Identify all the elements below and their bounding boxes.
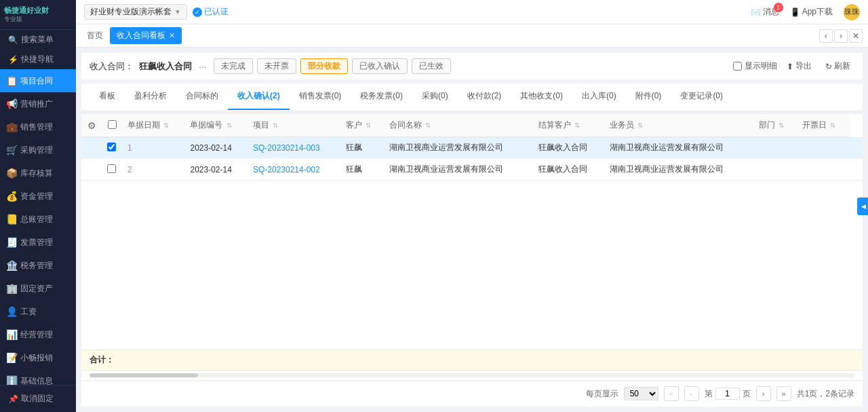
status-not-invoiced[interactable]: 未开票 xyxy=(257,58,296,74)
sidebar-item-basic-info[interactable]: ℹ️ 基础信息 xyxy=(0,369,76,385)
sidebar-quicknav[interactable]: ⚡ 快捷导航 xyxy=(0,50,76,69)
app-download-button[interactable]: 📱 App下载 xyxy=(790,6,833,18)
page-input[interactable] xyxy=(715,388,740,400)
status-effective[interactable]: 已生效 xyxy=(412,58,451,74)
sidebar-search[interactable]: 🔍 搜索菜单 xyxy=(0,30,76,50)
refresh-button[interactable]: ↻ 刷新 xyxy=(821,59,854,73)
sidebar-item-capital-mgmt[interactable]: 💰 资金管理 xyxy=(0,185,76,208)
sidebar-item-reports[interactable]: 📝 小畅报销 xyxy=(0,346,76,369)
chevron-down-icon: ▼ xyxy=(174,8,181,16)
tab-home[interactable]: 首页 xyxy=(81,30,108,41)
total-label: 合计： xyxy=(90,354,114,366)
tab-next-button[interactable]: › xyxy=(834,29,848,43)
sort-docno-icon[interactable]: ⇅ xyxy=(226,121,232,129)
row-select-checkbox[interactable] xyxy=(107,143,116,151)
refresh-label: 刷新 xyxy=(834,60,850,72)
row-customer: 湖南卫视商业运营发展有限公司 xyxy=(384,137,533,159)
status-confirmed[interactable]: 已收入确认 xyxy=(352,58,408,74)
sidebar-item-invoice-mgmt[interactable]: 🧾 发票管理 xyxy=(0,231,76,254)
per-page-select[interactable]: 50 100 200 xyxy=(624,387,658,400)
sidebar-item-label: 基础信息 xyxy=(20,375,53,385)
sort-customer-icon[interactable]: ⇅ xyxy=(366,121,371,129)
sort-settlement-icon[interactable]: ⇅ xyxy=(574,121,580,129)
doc-no-link[interactable]: SQ-20230214-003 xyxy=(253,143,320,153)
app-download-label: App下载 xyxy=(802,6,833,18)
subtab-purchase[interactable]: 采购(0) xyxy=(412,83,458,110)
subtab-profit-analysis[interactable]: 盈利分析 xyxy=(125,83,176,110)
subtab-tax-invoice[interactable]: 税务发票(0) xyxy=(351,83,412,110)
export-button[interactable]: ⬆ 导出 xyxy=(783,59,816,73)
verified-label: 已认证 xyxy=(204,6,229,18)
company-selector[interactable]: 好业财专业版演示帐套 ▼ xyxy=(84,4,187,20)
sidebar-item-general-ledger[interactable]: 📒 总账管理 xyxy=(0,208,76,231)
sidebar-item-inventory[interactable]: 📦 库存核算 xyxy=(0,162,76,185)
show-detail-input[interactable] xyxy=(733,62,742,71)
row-contract-name: 狂飙收入合同 xyxy=(533,137,604,159)
more-options-icon[interactable]: ··· xyxy=(199,61,207,72)
subtab-payment[interactable]: 收付款(2) xyxy=(458,83,511,110)
message-button[interactable]: ✉️ 消息 1 xyxy=(751,6,779,18)
unpin-button[interactable]: 📌 取消固定 xyxy=(5,390,71,408)
sidebar-menu: 📋 项目合同 📢 营销推广 💼 销售管理 🛒 采购管理 📦 库存核算 💰 资金管… xyxy=(0,69,76,385)
next-page-button[interactable]: › xyxy=(756,386,771,401)
row-settlement-customer: 湖南卫视商业运营发展有限公司 xyxy=(604,137,753,159)
user-avatar[interactable]: 珠珠 xyxy=(844,4,860,20)
scrollbar-thumb[interactable] xyxy=(90,373,198,377)
verified-icon: ✓ xyxy=(193,7,202,17)
subtab-other-receipt[interactable]: 其他收支(0) xyxy=(511,83,572,110)
sidebar-item-labor[interactable]: 👤 工资 xyxy=(0,300,76,323)
contract-header: 收入合同： 狂飙收入合同 ··· 未完成 未开票 部分收款 已收入确认 已生效 … xyxy=(81,53,863,79)
download-icon: 📱 xyxy=(790,7,800,17)
prev-page-button[interactable]: ‹ xyxy=(684,386,699,401)
subtab-contract-standard[interactable]: 合同标的 xyxy=(176,83,228,110)
sort-opendate-icon[interactable]: ⇅ xyxy=(830,121,835,129)
content-area: 收入合同： 狂飙收入合同 ··· 未完成 未开票 部分收款 已收入确认 已生效 … xyxy=(76,48,868,412)
sidebar-item-operations[interactable]: 📊 经营管理 xyxy=(0,323,76,346)
subtab-income-confirm[interactable]: 收入确认(2) xyxy=(228,83,290,110)
tab-income-contract[interactable]: 收入合同看板 ✕ xyxy=(110,27,182,44)
sidebar-item-sales-mgmt[interactable]: 💼 销售管理 xyxy=(0,115,76,138)
show-detail-checkbox[interactable]: 显示明细 xyxy=(733,60,777,72)
message-icon: ✉️ xyxy=(751,7,761,17)
first-page-button[interactable]: « xyxy=(664,386,679,401)
select-all-checkbox[interactable] xyxy=(108,120,117,129)
refresh-icon: ↻ xyxy=(825,62,832,71)
sort-dept-icon[interactable]: ⇅ xyxy=(778,121,784,129)
subtab-attachment[interactable]: 附件(0) xyxy=(626,83,671,110)
sidebar-item-label: 项目合同 xyxy=(20,75,53,87)
tab-close-all-button[interactable]: ✕ xyxy=(849,29,863,43)
tab-close-icon[interactable]: ✕ xyxy=(169,31,175,40)
sort-contract-icon[interactable]: ⇅ xyxy=(425,121,431,129)
sort-project-icon[interactable]: ⇅ xyxy=(273,121,278,129)
sidebar-item-project-contract[interactable]: 📋 项目合同 xyxy=(0,69,76,92)
topbar-left: 好业财专业版演示帐套 ▼ ✓ 已认证 xyxy=(84,4,229,20)
status-incomplete[interactable]: 未完成 xyxy=(214,58,253,74)
invoice-icon: 🧾 xyxy=(5,236,18,248)
right-panel-toggle[interactable]: ◀ xyxy=(857,198,868,215)
table-row[interactable]: 2 2023-02-14 SQ-20230214-002 狂飙 湖南卫视商业运营… xyxy=(81,159,863,181)
sidebar-item-purchase-mgmt[interactable]: 🛒 采购管理 xyxy=(0,138,76,162)
subtab-dashboard[interactable]: 看板 xyxy=(90,83,125,110)
row-contract-name: 狂飙收入合同 xyxy=(533,159,604,181)
scrollbar-area xyxy=(81,370,863,380)
col-open-date: 开票日 ⇅ xyxy=(797,114,850,137)
last-page-button[interactable]: » xyxy=(776,386,791,401)
contract-prefix: 收入合同： xyxy=(90,60,134,73)
subtab-change-log[interactable]: 变更记录(0) xyxy=(671,83,732,110)
sidebar-item-fixed-assets[interactable]: 🏢 固定资产 xyxy=(0,277,76,300)
status-partial[interactable]: 部分收款 xyxy=(300,58,348,74)
ledger-icon: 📒 xyxy=(5,213,18,225)
export-icon: ⬆ xyxy=(787,62,793,71)
settings-icon[interactable]: ⚙ xyxy=(87,120,96,131)
subtab-sales-invoice[interactable]: 销售发票(0) xyxy=(290,83,351,110)
sidebar-item-tax-mgmt[interactable]: 🏦 税务管理 xyxy=(0,254,76,277)
table-row[interactable]: 1 2023-02-14 SQ-20230214-003 狂飙 湖南卫视商业运营… xyxy=(81,137,863,159)
doc-no-link[interactable]: SQ-20230214-002 xyxy=(253,165,320,174)
basic-info-icon: ℹ️ xyxy=(5,375,18,385)
subtab-warehouse[interactable]: 出入库(0) xyxy=(572,83,626,110)
row-select-checkbox[interactable] xyxy=(107,164,116,173)
sort-salesrep-icon[interactable]: ⇅ xyxy=(637,121,643,129)
tab-prev-button[interactable]: ‹ xyxy=(819,29,833,43)
sidebar-item-marketing[interactable]: 📢 营销推广 xyxy=(0,92,76,115)
sort-date-icon[interactable]: ⇅ xyxy=(163,121,169,129)
